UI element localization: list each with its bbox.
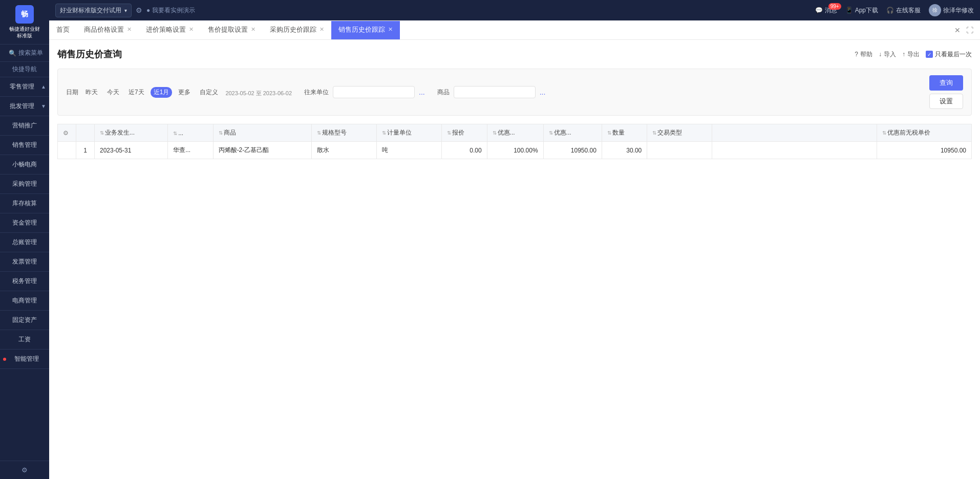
tab-sale-price[interactable]: 售价提取设置 ✕: [201, 21, 263, 39]
col-trans-type[interactable]: ⇅交易类型: [647, 124, 712, 142]
cell-quantity: 30.00: [602, 142, 647, 159]
sidebar-item-purchase[interactable]: 采购管理: [0, 175, 49, 194]
sidebar-item-wholesale[interactable]: 批发管理 ▼: [0, 97, 49, 116]
table-row: 1 2023-05-31 华查... 丙烯酸-2-乙基己酯 散水 吨 0.00 …: [58, 142, 972, 159]
source-unit-label: 往来单位: [304, 88, 329, 97]
date-opt-custom[interactable]: 自定义: [197, 87, 221, 98]
tab-purchase-history[interactable]: 采购历史价跟踪 ✕: [263, 21, 331, 39]
only-last-label: 只看最后一次: [935, 50, 972, 59]
sidebar-item-ecommerce[interactable]: 电商管理: [0, 291, 49, 311]
demo-button[interactable]: ● 我要看实例演示: [146, 6, 195, 15]
company-selector[interactable]: 好业财标准版交付试用 ▾: [55, 4, 132, 17]
col-quantity[interactable]: ⇅数量: [602, 124, 647, 142]
page-header: 销售历史价查询 ? 帮助 ↓ 导入 ↑ 导出 ✓ 只看最后一次: [57, 48, 972, 60]
online-service-button[interactable]: 🎧 在线客服: [886, 6, 921, 15]
user-info[interactable]: 徐 徐泽华修改: [929, 4, 974, 16]
help-button[interactable]: ? 帮助: [855, 50, 872, 59]
col-more[interactable]: ⇅...: [168, 124, 213, 142]
tab-price-close[interactable]: ✕: [127, 26, 132, 33]
sidebar-item-tax[interactable]: 税务管理: [0, 272, 49, 291]
smart-mgmt-dot: [3, 358, 6, 361]
demo-label: 我要看实例演示: [152, 6, 195, 15]
tab-sale-history-close[interactable]: ✕: [388, 26, 393, 33]
col-spacer: [712, 124, 877, 142]
sidebar-nav-label: 快捷导航: [12, 65, 37, 74]
product-label: 商品: [437, 88, 450, 97]
app-download-button[interactable]: 📱 App下载: [845, 6, 878, 15]
col-pretax-price[interactable]: ⇅优惠前无税单价: [877, 124, 971, 142]
cell-more: 华查...: [168, 142, 213, 159]
sidebar-item-marketing-label: 营销推广: [3, 121, 46, 130]
tab-price[interactable]: 商品价格设置 ✕: [77, 21, 139, 39]
tab-purchase-strategy-label: 进价策略设置: [146, 25, 186, 34]
import-icon: ↓: [879, 51, 882, 58]
col-spec[interactable]: ⇅规格型号: [312, 124, 377, 142]
col-price[interactable]: ⇅报价: [442, 124, 487, 142]
tab-sale-history-label: 销售历史价跟踪: [338, 25, 385, 34]
sidebar-item-ecommerce-label: 电商管理: [3, 296, 46, 305]
tab-sale-price-close[interactable]: ✕: [251, 26, 255, 33]
filter-settings-button[interactable]: 设置: [929, 94, 963, 109]
source-unit-dots-button[interactable]: ...: [419, 88, 425, 96]
sidebar-item-marketing[interactable]: 营销推广: [0, 116, 49, 136]
headset-icon: 🎧: [886, 7, 894, 14]
tabbar: 首页 商品价格设置 ✕ 进价策略设置 ✕ 售价提取设置 ✕ 采购历史价跟踪 ✕ …: [49, 20, 980, 40]
sidebar-item-purchase-label: 采购管理: [3, 180, 46, 188]
sidebar: 畅 畅捷通好业财标准版 🔍 搜索菜单 快捷导航 零售管理 ▲ 批发管理 ▼ 营销…: [0, 0, 49, 479]
tab-price-label: 商品价格设置: [84, 25, 124, 34]
tab-sale-history[interactable]: 销售历史价跟踪 ✕: [331, 21, 400, 39]
sidebar-item-ledger[interactable]: 总账管理: [0, 233, 49, 252]
date-range-display: 2023-05-02 至 2023-06-02: [225, 90, 292, 97]
tab-close-button[interactable]: ✕: [951, 24, 964, 36]
settings-icon: ⚙: [22, 466, 28, 474]
date-opt-today[interactable]: 今天: [104, 87, 122, 98]
product-dots-button[interactable]: ...: [540, 88, 546, 96]
export-button[interactable]: ↑ 导出: [902, 50, 920, 59]
checkbox-checked-icon: ✓: [926, 51, 933, 58]
date-opt-last1m[interactable]: 近1月: [151, 87, 173, 98]
date-opt-last7[interactable]: 近7天: [125, 87, 147, 98]
sidebar-item-retail[interactable]: 零售管理 ▲: [0, 77, 49, 97]
tab-home[interactable]: 首页: [49, 21, 77, 39]
app-logo-icon: 畅: [15, 5, 34, 24]
sidebar-quick-nav[interactable]: 快捷导航: [0, 62, 49, 77]
sidebar-item-sales[interactable]: 销售管理: [0, 136, 49, 155]
sidebar-item-ecommerce-small[interactable]: 小畅电商: [0, 155, 49, 175]
cell-discount1: 100.00%: [487, 142, 543, 159]
date-filter-label: 日期: [66, 88, 78, 97]
import-button[interactable]: ↓ 导入: [879, 50, 896, 59]
source-unit-input[interactable]: [333, 86, 415, 98]
query-button[interactable]: 查询: [929, 75, 963, 91]
col-unit[interactable]: ⇅计量单位: [377, 124, 442, 142]
help-label: 帮助: [860, 50, 872, 59]
sidebar-item-smart-mgmt[interactable]: 智能管理: [0, 350, 49, 369]
tab-expand-button[interactable]: ⛶: [964, 24, 976, 36]
sidebar-item-ledger-label: 总账管理: [3, 238, 46, 247]
sidebar-item-inventory[interactable]: 库存核算: [0, 194, 49, 213]
col-num: [76, 124, 95, 142]
filter-product-group: 商品 ...: [437, 86, 546, 98]
date-opt-yesterday[interactable]: 昨天: [82, 87, 101, 98]
messages-button[interactable]: 💬 消息 99+: [815, 6, 837, 15]
page-content: 销售历史价查询 ? 帮助 ↓ 导入 ↑ 导出 ✓ 只看最后一次: [49, 40, 980, 479]
tab-purchase-strategy-close[interactable]: ✕: [189, 26, 194, 33]
col-gear[interactable]: ⚙: [58, 124, 76, 142]
tab-purchase-history-close[interactable]: ✕: [319, 26, 324, 33]
product-input[interactable]: [454, 86, 536, 98]
cell-price: 0.00: [442, 142, 487, 159]
sidebar-settings[interactable]: ⚙: [0, 461, 49, 479]
topbar-settings-button[interactable]: ⚙: [136, 6, 142, 14]
sidebar-item-payroll[interactable]: 工资: [0, 330, 49, 350]
sidebar-item-invoice[interactable]: 发票管理: [0, 252, 49, 272]
only-last-checkbox[interactable]: ✓ 只看最后一次: [926, 50, 972, 59]
col-product[interactable]: ⇅商品: [213, 124, 311, 142]
col-discount2[interactable]: ⇅优惠...: [543, 124, 602, 142]
username-label: 徐泽华修改: [943, 6, 974, 15]
tab-purchase-strategy[interactable]: 进价策略设置 ✕: [139, 21, 201, 39]
sidebar-search[interactable]: 🔍 搜索菜单: [0, 45, 49, 62]
sidebar-item-fixed-assets[interactable]: 固定资产: [0, 311, 49, 330]
col-date[interactable]: ⇅业务发生...: [95, 124, 168, 142]
col-discount1[interactable]: ⇅优惠...: [487, 124, 543, 142]
sidebar-item-finance[interactable]: 资金管理: [0, 213, 49, 233]
date-opt-more[interactable]: 更多: [175, 87, 194, 98]
